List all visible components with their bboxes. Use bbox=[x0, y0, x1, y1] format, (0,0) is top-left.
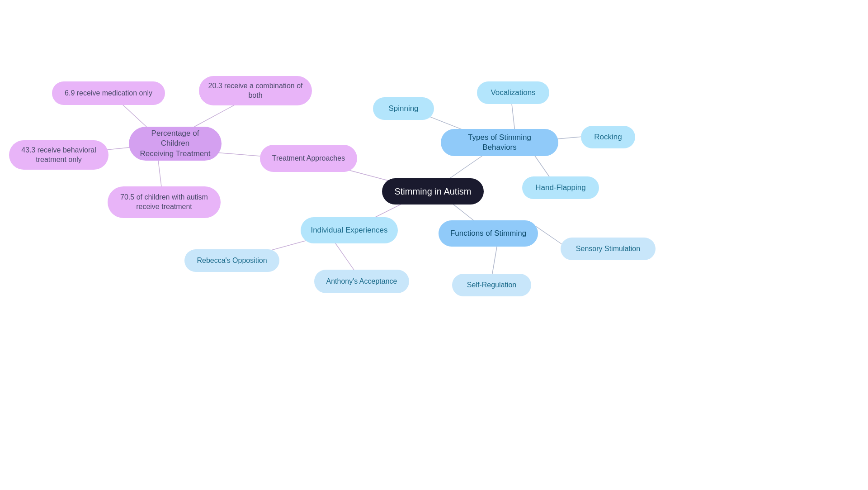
individual-experiences-node: Individual Experiences bbox=[301, 217, 398, 243]
combination-node: 20.3 receive a combination of both bbox=[199, 76, 312, 105]
anthonys-acceptance-node: Anthony's Acceptance bbox=[314, 270, 409, 293]
treatment-approaches-node: Treatment Approaches bbox=[260, 145, 357, 172]
spinning-node: Spinning bbox=[373, 97, 434, 120]
types-stimming-node: Types of Stimming Behaviors bbox=[441, 129, 558, 156]
medication-only-node: 6.9 receive medication only bbox=[52, 81, 165, 105]
self-regulation-node: Self-Regulation bbox=[452, 274, 531, 296]
percentage-children-node: Percentage of Children Receiving Treatme… bbox=[129, 127, 222, 161]
rebeccas-opposition-node: Rebecca's Opposition bbox=[184, 249, 279, 272]
receive-treatment-node: 70.5 of children with autism receive tre… bbox=[108, 186, 221, 218]
functions-stimming-node: Functions of Stimming bbox=[439, 220, 538, 247]
sensory-stimulation-node: Sensory Stimulation bbox=[561, 238, 656, 260]
hand-flapping-node: Hand-Flapping bbox=[522, 176, 599, 199]
behavioral-only-node: 43.3 receive behavioral treatment only bbox=[9, 140, 108, 170]
center-node: Stimming in Autism bbox=[382, 178, 484, 205]
rocking-node: Rocking bbox=[581, 126, 635, 148]
vocalizations-node: Vocalizations bbox=[477, 81, 549, 104]
